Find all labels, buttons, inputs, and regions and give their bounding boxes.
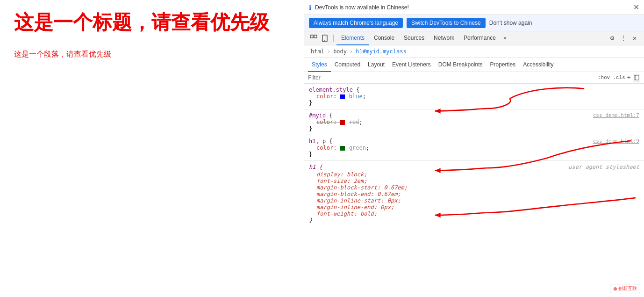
file-link-h1p[interactable]: css_demo.html:9 bbox=[593, 138, 639, 144]
toolbar-separator bbox=[333, 35, 334, 42]
element-style-block: element.style { color: blue; } bbox=[304, 84, 644, 109]
tab-sources[interactable]: Sources bbox=[399, 31, 429, 45]
svg-rect-0 bbox=[310, 35, 313, 38]
page-paragraph: 这是一个段落，请查看优先级 bbox=[14, 50, 290, 59]
prop-color-red: color: red; bbox=[316, 119, 363, 125]
ua-margin-inline-start: margin-inline-start: 0px; bbox=[316, 197, 639, 204]
tab-network[interactable]: Network bbox=[429, 31, 459, 45]
myid-style-block: css_demo.html:7 #myid { color: red; } bbox=[304, 109, 644, 135]
devtools-info-bar: ℹ DevTools is now available in Chinese! … bbox=[304, 0, 644, 15]
styles-panel-tabs: Styles Computed Layout Event Listeners D… bbox=[304, 58, 644, 72]
ua-margin-start: margin-block-start: 0.67em; bbox=[316, 184, 639, 191]
breadcrumb-html[interactable]: html bbox=[309, 47, 326, 56]
language-banner: Always match Chrome's language Switch De… bbox=[304, 15, 644, 31]
file-link-myid[interactable]: css_demo.html:7 bbox=[593, 112, 639, 118]
tab-console[interactable]: Console bbox=[369, 31, 399, 45]
filter-input[interactable] bbox=[308, 74, 598, 81]
watermark-text: 创新互联 bbox=[618, 285, 637, 292]
settings-icon[interactable]: ⚙ bbox=[607, 33, 618, 44]
more-options-icon[interactable]: ⋮ bbox=[618, 33, 629, 44]
breadcrumb-sep1: › bbox=[327, 48, 330, 55]
tab-performance[interactable]: Performance bbox=[459, 31, 501, 45]
watermark: ⊛ 创新互联 bbox=[610, 284, 640, 293]
tab-event-listeners[interactable]: Event Listeners bbox=[388, 58, 435, 72]
ua-font-size: font-size: 2em; bbox=[316, 178, 639, 184]
info-close-button[interactable]: ✕ bbox=[633, 3, 639, 12]
svg-rect-4 bbox=[634, 75, 639, 80]
tab-properties[interactable]: Properties bbox=[487, 58, 520, 72]
color-swatch-blue[interactable] bbox=[340, 94, 345, 99]
info-icon: ℹ bbox=[309, 4, 311, 11]
selector-h1p: h1, p { bbox=[309, 138, 333, 145]
svg-point-3 bbox=[324, 40, 325, 41]
close-devtools-icon[interactable]: ✕ bbox=[629, 33, 640, 44]
toggle-sidebar-icon[interactable] bbox=[633, 74, 640, 81]
breadcrumb-sep2: › bbox=[350, 48, 353, 55]
switch-chinese-button[interactable]: Switch DevTools to Chinese bbox=[407, 18, 486, 28]
page-content: 这是一个标题，请查看优先级 这是一个段落，请查看优先级 bbox=[0, 0, 304, 297]
device-icon[interactable] bbox=[319, 33, 330, 44]
selector-myid: #myid { bbox=[309, 112, 333, 119]
dont-show-again-button[interactable]: Don't show again bbox=[489, 20, 532, 26]
ua-selector: h1 { bbox=[309, 164, 322, 170]
breadcrumb-body[interactable]: body bbox=[331, 47, 349, 56]
more-tabs-button[interactable]: » bbox=[501, 35, 509, 42]
filter-bar: :hov .cls + bbox=[304, 72, 644, 84]
prop-color-green: color: green; bbox=[316, 145, 369, 151]
breadcrumb: html › body › h1#myid.myclass bbox=[304, 45, 644, 58]
inspect-icon[interactable] bbox=[308, 33, 319, 44]
ua-source: user agent stylesheet bbox=[568, 164, 639, 170]
styles-content: element.style { color: blue; } css_demo.… bbox=[304, 84, 644, 297]
user-agent-block: h1 { user agent stylesheet display: bloc… bbox=[304, 161, 644, 226]
color-swatch-red[interactable] bbox=[340, 120, 345, 125]
tab-elements[interactable]: Elements bbox=[336, 31, 369, 45]
tab-dom-breakpoints[interactable]: DOM Breakpoints bbox=[435, 58, 487, 72]
filter-hov-button[interactable]: :hov bbox=[598, 75, 610, 80]
tab-accessibility[interactable]: Accessibility bbox=[519, 58, 557, 72]
selector-element-style: element.style { bbox=[309, 87, 359, 93]
breadcrumb-element[interactable]: h1#myid.myclass bbox=[354, 47, 408, 56]
tab-styles[interactable]: Styles bbox=[308, 58, 331, 72]
devtools-panel: ℹ DevTools is now available in Chinese! … bbox=[304, 0, 644, 297]
info-message: DevTools is now available in Chinese! bbox=[315, 4, 630, 11]
ua-margin-inline-end: margin-inline-end: 0px; bbox=[316, 204, 639, 210]
ua-margin-end: margin-block-end: 0.67em; bbox=[316, 191, 639, 197]
ua-display: display: block; bbox=[316, 171, 639, 178]
tab-layout[interactable]: Layout bbox=[364, 58, 388, 72]
add-style-rule-button[interactable]: + bbox=[627, 74, 631, 81]
devtools-toolbar: Elements Console Sources Network Perform… bbox=[304, 31, 644, 45]
color-swatch-green[interactable] bbox=[340, 146, 345, 151]
svg-rect-1 bbox=[314, 35, 317, 38]
filter-cls-button[interactable]: .cls bbox=[613, 75, 625, 80]
ua-close-brace: } bbox=[309, 217, 312, 224]
prop-color-blue: color: blue; bbox=[316, 93, 366, 100]
ua-font-weight: font-weight: bold; bbox=[316, 210, 639, 217]
match-language-button[interactable]: Always match Chrome's language bbox=[309, 18, 403, 28]
tab-computed[interactable]: Computed bbox=[331, 58, 364, 72]
h1p-style-block: css_demo.html:9 h1, p { color: green; } bbox=[304, 135, 644, 161]
page-heading: 这是一个标题，请查看优先级 bbox=[14, 9, 290, 36]
